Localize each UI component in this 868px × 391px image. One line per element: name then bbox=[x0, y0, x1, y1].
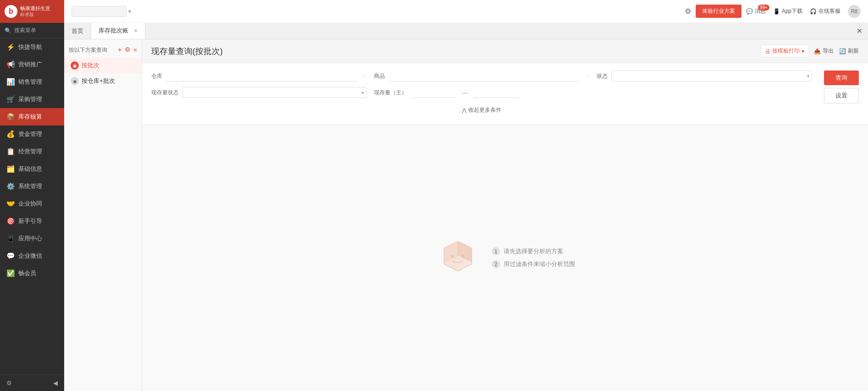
left-panel: 按以下方案查询 + ⚙ « ◉ 按批次 ◉ 按仓库+批次 bbox=[64, 39, 142, 391]
system-icon: ⚙️ bbox=[6, 182, 15, 190]
sidebar-item-label: 应用中心 bbox=[18, 234, 42, 243]
app-download-item[interactable]: 📱 App下载 bbox=[773, 7, 802, 15]
sidebar-item-enterprise[interactable]: 🤝 企业协同 bbox=[0, 195, 64, 212]
inventory-qty-label: 现存量（主） bbox=[374, 89, 407, 97]
page-header-actions: 🖨 按模板打印 ▾ 📤 导出 🔄 刷新 bbox=[761, 45, 859, 57]
topbar-gear-icon[interactable]: ⚙ bbox=[685, 7, 691, 16]
empty-tip-1: 1 请先选择要分析的方案 bbox=[492, 247, 575, 255]
tip-text-1: 请先选择要分析的方案 bbox=[504, 247, 563, 255]
sidebar-item-finance[interactable]: 💰 资金管理 bbox=[0, 125, 64, 143]
print-dropdown-icon[interactable]: ▾ bbox=[802, 48, 804, 54]
warehouse-filter-input[interactable] bbox=[166, 71, 357, 81]
sidebar-item-membership[interactable]: ✅ 畅会员 bbox=[0, 265, 64, 282]
scheme-label-batch: 按批次 bbox=[82, 61, 99, 70]
add-scheme-icon[interactable]: + bbox=[118, 46, 122, 54]
export-button[interactable]: 📤 导出 bbox=[814, 47, 834, 55]
sidebar-item-label: 经营管理 bbox=[18, 147, 42, 156]
product-more-icon[interactable]: ··· bbox=[585, 73, 589, 79]
sidebar-search[interactable]: 🔍 搜索菜单 bbox=[0, 23, 64, 38]
tip-text-2: 用过滤条件来缩小分析范围 bbox=[504, 260, 575, 268]
sidebar-logo: b bbox=[5, 5, 17, 18]
headset-icon: 🎧 bbox=[810, 8, 817, 15]
sidebar-settings-icon[interactable]: ⚙ bbox=[6, 380, 12, 386]
scheme-icon-warehouse-batch: ◉ bbox=[71, 77, 79, 85]
scheme-item-by-warehouse-batch[interactable]: ◉ 按仓库+批次 bbox=[64, 73, 142, 89]
topbar: ▾ ⚙ 体验行业方案 💬 消息 99+ 📱 App下载 🎧 在线客服 Rit bbox=[64, 0, 868, 23]
collapse-label: 收起更多条件 bbox=[468, 106, 501, 114]
sidebar-item-label: 新手引导 bbox=[18, 217, 42, 225]
left-panel-header-icons: + ⚙ « bbox=[118, 46, 137, 54]
refresh-label: 刷新 bbox=[848, 47, 859, 55]
scheme-item-by-batch[interactable]: ◉ 按批次 bbox=[64, 58, 142, 73]
status-filter-label: 状态 bbox=[597, 72, 608, 80]
sidebar-item-purchase[interactable]: 🛒 采购管理 bbox=[0, 91, 64, 108]
empty-illustration bbox=[435, 230, 481, 286]
collapse-panel-icon[interactable]: « bbox=[133, 46, 137, 54]
sidebar-item-inventory[interactable]: 📦 库存核算 bbox=[0, 108, 64, 125]
sidebar-item-basic[interactable]: 🗂️ 基础信息 bbox=[0, 160, 64, 178]
messages-icon: 💬 bbox=[746, 8, 753, 15]
tab-home[interactable]: 首页 bbox=[64, 23, 91, 39]
print-label: 按模板打印 bbox=[772, 47, 800, 55]
refresh-button[interactable]: 🔄 刷新 bbox=[839, 47, 859, 55]
sidebar-item-wechat[interactable]: 💬 企业微信 bbox=[0, 247, 64, 265]
main-area: ▾ ⚙ 体验行业方案 💬 消息 99+ 📱 App下载 🎧 在线客服 Rit bbox=[64, 0, 868, 391]
left-panel-header-label: 按以下方案查询 bbox=[69, 46, 107, 54]
sidebar-item-marketing[interactable]: 📢 营销推广 bbox=[0, 56, 64, 73]
marketing-icon: 📢 bbox=[6, 60, 15, 69]
user-name: Rit bbox=[851, 8, 858, 15]
filter-area: 仓库 ··· 商品 ··· 状态 bbox=[142, 63, 868, 125]
sidebar-item-sales[interactable]: 📊 销售管理 bbox=[0, 73, 64, 91]
brand-sub: 标准版 bbox=[20, 11, 50, 18]
settings-scheme-icon[interactable]: ⚙ bbox=[125, 46, 131, 54]
wechat-icon: 💬 bbox=[6, 252, 15, 260]
warehouse-more-icon[interactable]: ··· bbox=[363, 73, 367, 79]
user-item[interactable]: Rit bbox=[848, 5, 861, 18]
sales-icon: 📊 bbox=[6, 78, 15, 86]
sidebar-item-app-center[interactable]: 📱 应用中心 bbox=[0, 230, 64, 247]
sidebar-item-system[interactable]: ⚙️ 系统管理 bbox=[0, 178, 64, 195]
basic-icon: 🗂️ bbox=[6, 165, 15, 173]
online-service-label: 在线客服 bbox=[819, 7, 841, 15]
scheme-icon-batch: ◉ bbox=[71, 61, 79, 70]
action-buttons: 查询 设置 bbox=[824, 71, 859, 103]
product-filter-input[interactable] bbox=[389, 71, 580, 81]
app-download-label: App下载 bbox=[782, 7, 802, 15]
query-button[interactable]: 查询 bbox=[824, 71, 859, 85]
finance-icon: 💰 bbox=[6, 130, 15, 138]
sidebar-item-operations[interactable]: 📋 经营管理 bbox=[0, 143, 64, 160]
sidebar-item-label: 企业微信 bbox=[18, 252, 42, 260]
avatar: Rit bbox=[848, 5, 861, 18]
topbar-dropdown-icon[interactable]: ▾ bbox=[128, 8, 131, 15]
empty-tip-2: 2 用过滤条件来缩小分析范围 bbox=[492, 260, 575, 268]
sidebar-item-newbie[interactable]: 🎯 新手引导 bbox=[0, 212, 64, 230]
settings-button[interactable]: 设置 bbox=[824, 88, 859, 103]
brand-name: 畅康通好生意 bbox=[20, 5, 50, 11]
sidebar-item-quick-nav[interactable]: ⚡ 快捷导航 bbox=[0, 38, 64, 56]
sidebar-item-label: 系统管理 bbox=[18, 182, 42, 190]
printer-icon: 🖨 bbox=[765, 48, 770, 54]
print-button[interactable]: 🖨 按模板打印 ▾ bbox=[761, 45, 808, 57]
trial-button[interactable]: 体验行业方案 bbox=[696, 5, 742, 18]
tab-close-icon[interactable]: × bbox=[134, 27, 137, 34]
sidebar-item-label: 快捷导航 bbox=[18, 43, 42, 51]
sidebar-collapse-icon[interactable]: ◀ bbox=[53, 380, 58, 386]
inventory-status-select[interactable] bbox=[182, 87, 367, 98]
tip-num-2: 2 bbox=[492, 260, 500, 268]
topbar-search-input[interactable] bbox=[71, 6, 126, 17]
inventory-qty-max-input[interactable] bbox=[473, 87, 519, 98]
status-select[interactable] bbox=[611, 71, 812, 81]
app-download-icon: 📱 bbox=[773, 8, 780, 15]
svg-point-3 bbox=[451, 255, 454, 258]
tabbar-close-button[interactable]: ✕ bbox=[851, 27, 868, 35]
messages-item[interactable]: 💬 消息 99+ bbox=[746, 7, 766, 15]
tabbar: 首页 库存批次账 × ✕ bbox=[64, 23, 868, 39]
inventory-icon: 📦 bbox=[6, 113, 15, 121]
enterprise-icon: 🤝 bbox=[6, 200, 15, 208]
status-select-wrapper: ▾ bbox=[611, 71, 812, 81]
collapse-filter-button[interactable]: ⋀ 收起更多条件 bbox=[151, 103, 812, 117]
inventory-qty-min-input[interactable] bbox=[411, 87, 456, 98]
inventory-status-select-wrapper: ▾ bbox=[182, 87, 367, 98]
online-service-item[interactable]: 🎧 在线客服 bbox=[810, 7, 841, 15]
tab-inventory-batch[interactable]: 库存批次账 × bbox=[91, 23, 145, 39]
